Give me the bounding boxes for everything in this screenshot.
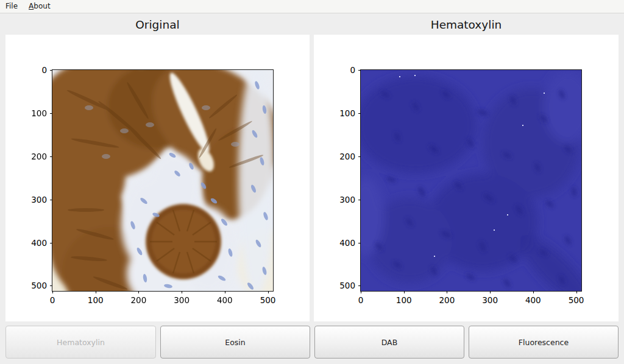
y-tick-label: 100 <box>31 108 47 118</box>
x-tick-mark <box>576 291 577 293</box>
y-tick-label: 200 <box>31 152 47 161</box>
y-tick-mark <box>358 285 361 286</box>
x-tick-mark <box>268 291 269 293</box>
original-ihc-tissue-image <box>52 70 273 291</box>
y-tick-mark <box>358 200 361 200</box>
y-tick-label: 400 <box>31 238 47 248</box>
x-tick-mark <box>490 291 491 293</box>
hematoxylin-button-label: Hematoxylin <box>57 338 105 347</box>
hematoxylin-channel-image <box>361 70 581 291</box>
panel-original: 01002003004005000100200300400500 <box>5 35 310 321</box>
panel-title-hematoxylin: Hematoxylin <box>314 16 619 34</box>
panel-hematoxylin: 01002003004005000100200300400500 <box>314 35 619 321</box>
x-tick-mark <box>533 291 534 293</box>
x-tick-label: 200 <box>439 295 455 305</box>
y-tick-label: 500 <box>339 281 355 290</box>
y-tick-label: 400 <box>339 238 355 248</box>
x-tick-label: 300 <box>174 295 190 305</box>
y-tick-label: 300 <box>31 195 47 205</box>
y-tick-mark <box>358 70 361 71</box>
x-tick-mark <box>361 291 361 293</box>
x-tick-label: 500 <box>260 295 276 305</box>
x-tick-label: 100 <box>88 295 104 305</box>
menu-file-label: File <box>5 2 18 10</box>
y-tick-mark <box>50 70 52 71</box>
y-tick-label: 300 <box>339 195 355 205</box>
y-tick-mark <box>50 156 52 157</box>
eosin-button[interactable]: Eosin <box>160 326 310 359</box>
eosin-button-label: Eosin <box>225 338 245 347</box>
x-tick-label: 100 <box>396 295 412 305</box>
titles-row: Original Hematoxylin <box>0 16 624 34</box>
hematoxylin-button[interactable]: Hematoxylin <box>5 326 156 359</box>
panel-title-original: Original <box>5 16 310 34</box>
fluorescence-button-label: Fluorescence <box>519 338 569 347</box>
x-tick-mark <box>96 291 96 293</box>
menu-item-file[interactable]: File <box>0 0 23 13</box>
x-tick-mark <box>138 291 139 293</box>
x-tick-mark <box>447 291 447 293</box>
dab-button[interactable]: DAB <box>314 326 464 359</box>
x-tick-label: 500 <box>569 295 584 305</box>
x-tick-label: 0 <box>358 295 364 305</box>
fluorescence-button[interactable]: Fluorescence <box>469 326 619 359</box>
menu-about-label-rest: bout <box>34 2 50 10</box>
y-tick-label: 200 <box>339 152 355 161</box>
dab-button-label: DAB <box>381 338 398 347</box>
y-tick-mark <box>50 243 52 243</box>
plot: 01002003004005000100200300400500 <box>360 69 582 292</box>
x-tick-label: 200 <box>131 295 147 305</box>
y-tick-label: 0 <box>350 65 355 75</box>
x-tick-label: 400 <box>525 295 541 305</box>
y-tick-mark <box>358 243 361 243</box>
y-tick-mark <box>50 285 52 286</box>
y-tick-mark <box>358 156 361 157</box>
menu-item-about[interactable]: About <box>23 0 56 13</box>
y-tick-label: 500 <box>31 281 47 290</box>
y-tick-label: 0 <box>41 65 47 75</box>
menubar: File About <box>0 0 624 13</box>
y-tick-mark <box>50 200 52 200</box>
plot: 01002003004005000100200300400500 <box>52 69 274 292</box>
x-tick-label: 0 <box>50 295 55 305</box>
x-tick-mark <box>52 291 53 293</box>
y-tick-mark <box>50 113 52 114</box>
x-tick-label: 300 <box>482 295 498 305</box>
y-tick-label: 100 <box>339 108 355 118</box>
x-tick-mark <box>404 291 405 293</box>
y-tick-mark <box>358 113 361 114</box>
x-tick-mark <box>225 291 225 293</box>
x-tick-label: 400 <box>217 295 233 305</box>
x-tick-mark <box>182 291 182 293</box>
